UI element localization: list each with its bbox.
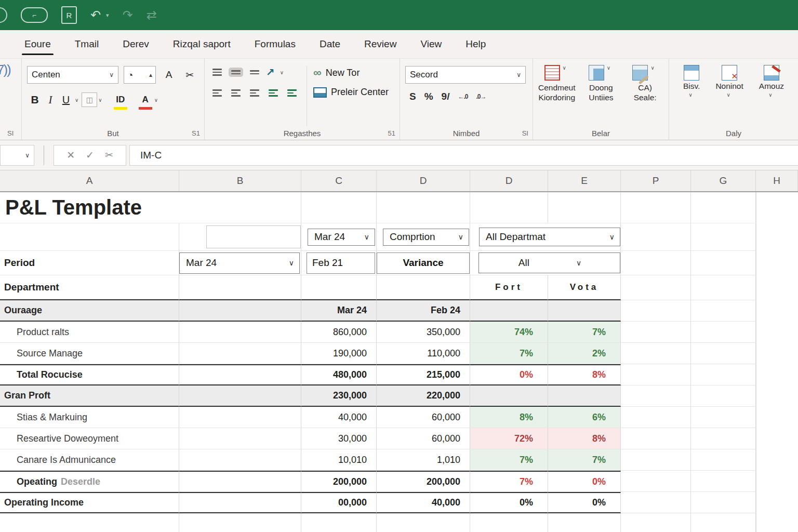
align-bottom-icon[interactable] — [247, 68, 262, 77]
conditional-formatting-button[interactable]: ∨ CendmeutKiordoring — [538, 65, 576, 126]
column-header[interactable]: B — [179, 170, 301, 191]
tab-home[interactable]: Eoure — [12, 30, 63, 58]
number-format-select[interactable]: Secord∨ — [405, 66, 526, 84]
insert-function-icon[interactable]: ✂ — [105, 149, 113, 161]
period-label: Period — [0, 257, 35, 269]
wrap-text-icon: ∞ — [313, 66, 322, 79]
department-dropdown[interactable]: All Departmat∨ — [479, 228, 620, 246]
formula-input[interactable]: IM-C — [129, 145, 798, 166]
ribbon: 7)) SI Centen∨ ◔▴ A ✂ B I U ∨ ◫ ∨ — [0, 59, 798, 140]
font-color-dropdown-icon[interactable]: ∨ — [154, 97, 158, 103]
save-icon[interactable]: ⌐ — [21, 7, 48, 23]
table-row: Operating Income 00,000 40,000 0% 0% — [0, 492, 798, 513]
font-dialog-launcher[interactable]: S1 — [192, 129, 200, 137]
tab-data[interactable]: Date — [308, 30, 352, 58]
wrap-text-button[interactable]: ∞ New Tor — [313, 66, 389, 79]
new-window-icon[interactable]: R — [61, 6, 77, 24]
increase-indent-icon[interactable] — [285, 87, 299, 99]
orientation-dropdown-icon[interactable]: ∨ — [280, 70, 284, 75]
name-box[interactable]: ∨ — [0, 145, 34, 166]
bold-button[interactable]: B — [27, 91, 43, 109]
percent-icon[interactable]: % — [424, 91, 433, 102]
redo-icon[interactable]: ↷ — [123, 9, 133, 21]
column-header[interactable]: D — [377, 170, 470, 191]
cell-styles-icon — [632, 65, 648, 81]
column-header[interactable]: C — [301, 170, 377, 191]
column-header[interactable]: A — [0, 170, 179, 191]
clipboard-group: 7)) SI — [0, 59, 22, 140]
comparison-dropdown[interactable]: Comprtion∨ — [383, 229, 469, 246]
column-header[interactable]: D — [470, 170, 548, 191]
table-row: Product ralts 860,000 350,000 74% 7% — [0, 322, 798, 343]
period-select[interactable]: Mar 24∨ — [179, 252, 300, 274]
undo-dropdown-icon[interactable]: ▾ — [106, 12, 109, 19]
increase-font-icon[interactable]: A — [161, 66, 177, 84]
enter-icon[interactable]: ✓ — [86, 149, 94, 161]
clipboard-dialog-launcher[interactable]: SI — [7, 129, 14, 137]
tab-page-layout[interactable]: Rizqal saport — [161, 30, 243, 58]
align-center-icon[interactable] — [229, 87, 243, 99]
table-row: Gran Proft 230,000 220,000 — [0, 385, 798, 407]
column-header[interactable]: E — [548, 170, 621, 191]
tab-review[interactable]: Review — [352, 30, 408, 58]
increase-decimal-icon[interactable]: ←.0 — [458, 93, 468, 100]
currency-icon[interactable]: S — [409, 91, 416, 102]
orientation-icon[interactable]: ↗ — [266, 66, 275, 78]
compare-period-box[interactable]: Feb 21 — [307, 252, 375, 274]
align-right-icon[interactable] — [247, 87, 262, 99]
formula-buttons: ✕ ✓ ✂ — [54, 145, 126, 166]
column-header[interactable]: G — [691, 170, 756, 191]
number-dialog-launcher[interactable]: SI — [522, 129, 528, 137]
cancel-icon[interactable]: ✕ — [66, 149, 75, 161]
period-row: Period Mar 24∨ Feb 21 Variance All∨ — [0, 251, 798, 275]
format-as-table-button[interactable]: ∨ DoongUntiies — [583, 65, 620, 126]
period-month-dropdown[interactable]: Mar 24∨ — [308, 229, 375, 246]
scope-select[interactable]: All∨ — [478, 252, 620, 273]
insert-cells-button[interactable]: Bisv. ∨ — [683, 65, 700, 126]
spreadsheet: P&L Template Mar 24∨ Comprtion∨ All Depa… — [0, 192, 798, 532]
blank-input-box[interactable] — [206, 225, 301, 248]
column-header[interactable]: H — [756, 170, 798, 191]
tab-view[interactable]: View — [408, 30, 454, 58]
page-title: P&L Template — [0, 196, 142, 219]
department-row: Department Fort Vota — [0, 275, 798, 300]
decrease-font-icon[interactable]: ✂ — [182, 66, 197, 84]
undo-icon[interactable]: ↶ — [90, 9, 101, 21]
underline-button[interactable]: U — [58, 91, 74, 109]
decrease-decimal-icon[interactable]: .0→ — [476, 93, 486, 100]
delete-cells-button[interactable]: Noninot ∨ — [715, 65, 743, 126]
tab-draw[interactable]: Derev — [111, 30, 161, 58]
borders-dropdown-icon[interactable]: ∨ — [98, 97, 102, 103]
align-top-icon[interactable] — [210, 66, 224, 78]
align-left-icon[interactable] — [210, 87, 224, 99]
table-row: OpeatingDeserdle 200,000 200,000 7% 0% — [0, 471, 798, 492]
table-row: Ouraage Mar 24 Feb 24 — [0, 300, 798, 322]
refresh-icon[interactable]: ⇄ — [147, 9, 157, 21]
number-group: Secord∨ S % 9/ ←.0 .0→ Nimbed SI — [400, 59, 533, 140]
italic-button[interactable]: I — [43, 91, 58, 109]
underline-dropdown-icon[interactable]: ∨ — [75, 97, 78, 103]
name-box-dropdown-icon[interactable]: ∨ — [25, 152, 30, 159]
tab-help[interactable]: Help — [454, 30, 498, 58]
pl-table-rows: Ouraage Mar 24 Feb 24 Product ralts 860,… — [0, 300, 798, 513]
insert-cells-icon — [684, 65, 699, 81]
ribbon-tabs: Eoure Tmail Derev Rizqal saport Formulas… — [0, 30, 798, 59]
highlight-color-button[interactable]: ID — [113, 91, 128, 109]
tab-formulas[interactable]: Formulas — [243, 30, 308, 58]
column-header[interactable]: P — [621, 170, 691, 191]
align-middle-icon[interactable] — [229, 68, 243, 77]
borders-button[interactable]: ◫ — [82, 92, 97, 107]
format-as-table-icon — [589, 65, 604, 81]
alignment-dialog-launcher[interactable]: 51 — [388, 129, 395, 137]
font-color-button[interactable]: A — [138, 91, 153, 109]
table-row: Total Rocucise 480,000 215,000 0% 8% — [0, 364, 798, 385]
alignment-group-label: Regasthes — [205, 129, 400, 138]
format-cells-button[interactable]: Amouz ∨ — [759, 65, 784, 126]
font-name-select[interactable]: Centen∨ — [27, 66, 118, 84]
tab-insert[interactable]: Tmail — [63, 30, 111, 58]
font-size-select[interactable]: ◔▴ — [124, 66, 156, 84]
cell-styles-button[interactable]: ∨ CA)Seale: — [627, 65, 663, 126]
decrease-indent-icon[interactable] — [266, 87, 281, 99]
comma-style-icon[interactable]: 9/ — [442, 91, 450, 102]
merge-center-button[interactable]: Preleir Center — [313, 87, 389, 98]
